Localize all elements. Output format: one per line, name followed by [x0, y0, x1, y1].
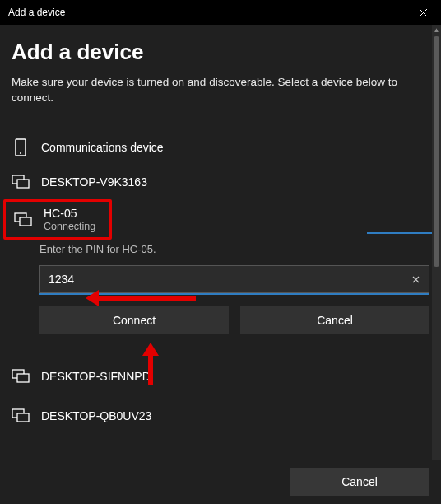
cancel-label: Cancel [341, 475, 378, 488]
svg-rect-9 [17, 413, 29, 422]
content-area: Add a device Make sure your device is tu… [0, 25, 441, 460]
page-subtitle: Make sure your device is turned on and d… [12, 75, 439, 106]
device-label: Communications device [41, 141, 164, 154]
phone-icon [12, 138, 30, 156]
progress-accent [367, 232, 433, 234]
device-list: Communications device DESKTOP-V9K3163 HC… [0, 128, 441, 460]
window-title: Add a device [8, 7, 65, 18]
device-item-desktop2[interactable]: DESKTOP-SIFNNPD [0, 361, 436, 392]
dialog-footer: Cancel [0, 460, 441, 504]
device-item-communications[interactable]: Communications device [0, 130, 436, 165]
desktop-icon [12, 408, 30, 423]
page-title: Add a device [12, 40, 439, 65]
device-label: DESKTOP-QB0UV23 [41, 409, 151, 422]
connect-button[interactable]: Connect [39, 306, 229, 334]
pin-input[interactable] [49, 273, 407, 286]
pin-section: Enter the PIN for HC-05. Connect Cancel [0, 241, 441, 346]
device-item-desktop1[interactable]: DESKTOP-V9K3163 [0, 166, 436, 198]
device-status: Connecting [44, 221, 95, 232]
scroll-up-icon: ▲ [432, 25, 441, 35]
device-label: DESKTOP-V9K3163 [41, 175, 147, 189]
cancel-label: Cancel [317, 314, 353, 327]
desktop-icon [12, 369, 30, 384]
connect-label: Connect [113, 314, 156, 327]
desktop-icon [12, 175, 30, 189]
titlebar: Add a device [0, 0, 441, 25]
device-item-hc05[interactable]: HC-05 Connecting [3, 199, 112, 240]
close-button[interactable] [411, 4, 434, 21]
svg-rect-7 [17, 374, 29, 382]
annotation-arrow-pin [97, 296, 196, 301]
scrollbar[interactable]: ▲ [432, 25, 441, 460]
device-item-desktop3[interactable]: DESKTOP-QB0UV23 [0, 400, 436, 432]
device-label: HC-05 [44, 207, 95, 220]
desktop-icon [14, 212, 32, 227]
svg-point-1 [20, 152, 21, 154]
close-icon [419, 8, 428, 17]
dialog-cancel-button[interactable]: Cancel [290, 468, 429, 496]
svg-rect-3 [17, 180, 29, 188]
pin-prompt: Enter the PIN for HC-05. [39, 243, 429, 255]
close-icon [412, 276, 420, 283]
scrollbar-thumb[interactable] [434, 36, 439, 267]
cancel-pin-button[interactable]: Cancel [240, 306, 429, 334]
annotation-arrow-connect [148, 354, 153, 385]
svg-rect-5 [20, 217, 31, 226]
device-label: DESKTOP-SIFNNPD [41, 370, 151, 383]
clear-input-button[interactable] [407, 271, 424, 287]
pin-input-container [39, 265, 429, 293]
